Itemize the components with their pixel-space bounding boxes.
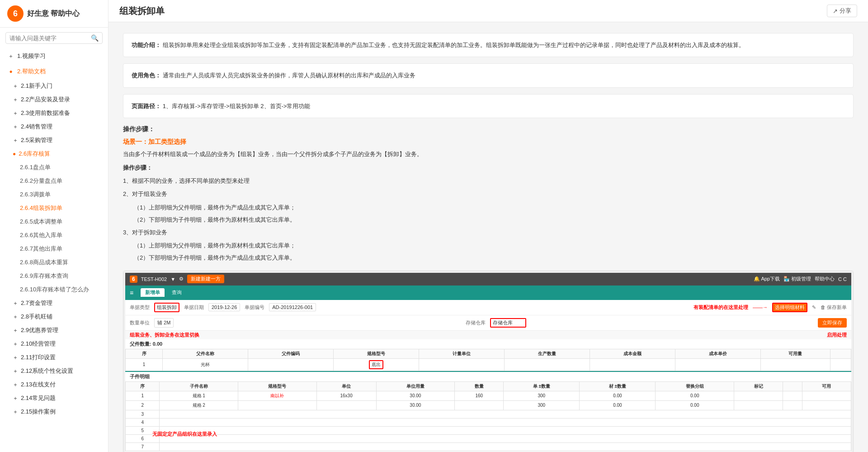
sidebar-item-payment[interactable]: ＋ 2.13在线支付 <box>0 378 108 391</box>
path-label: 页面路径： <box>132 103 161 109</box>
table-row: 2 规格 2 30.00 300 0.00 0.00 <box>126 400 851 410</box>
sidebar-item-finance[interactable]: ＋ 2.7资金管理 <box>0 296 108 310</box>
mock-bar-right2: 🏪 初级管理 <box>783 276 811 282</box>
sidebar-item-mobile[interactable]: ＋ 2.8手机旺铺 <box>0 310 108 324</box>
mock-date-label: 单据日期 <box>184 304 204 311</box>
mock-form-row2: 数量单位 辅 2M 存储仓库 存储仓库 立即保存 <box>125 315 851 331</box>
sidebar-item-inventory-query[interactable]: 2.6.9库存账本查询 <box>0 269 108 283</box>
step2-1: （1）上部明细为父件明细，最终作为产成品生成其它入库单； <box>123 202 854 213</box>
expand-icon-docs: ● <box>7 68 14 75</box>
mock-tab-query: 查询 <box>167 288 186 297</box>
sidebar-item-inventory-label: 2.6库存核算 <box>19 150 50 158</box>
mock-form-row1: 单据类型 组装拆卸 单据日期 2019-12-26 单据编号 AD-201912… <box>125 300 851 315</box>
sidebar-item-print[interactable]: ＋ 2.11打印设置 <box>0 351 108 364</box>
sidebar-item-cost-adjust[interactable]: 2.6.5成本调整单 <box>0 215 108 228</box>
sidebar-item-assembly[interactable]: 2.6.4组装拆卸单 <box>0 201 108 215</box>
sidebar-item-management[interactable]: ＋ 2.10经营管理 <box>0 337 108 351</box>
screenshot-container: 6 TEST-H002 ▼ ⚙ 新建新建一方 🔔 App下载 🏪 初级管理 帮助… <box>123 271 854 452</box>
app-logo: 6 <box>7 5 24 22</box>
sidebar-header: 6 好生意 帮助中心 <box>0 0 108 28</box>
annotation3: 启用处理 <box>827 332 847 338</box>
mock-bar-right3: 帮助中心 <box>815 276 835 282</box>
mock-form-type-label: 单据类型 <box>130 304 150 311</box>
sidebar-item-other-out[interactable]: 2.6.7其他出库单 <box>0 242 108 256</box>
sidebar-item-cases-label: 2.15操作案例 <box>21 408 56 416</box>
role-label: 使用角色： <box>132 72 161 79</box>
ops-title: 操作步骤： <box>123 125 854 133</box>
mock-btn-new: 新建新建一方 <box>187 275 224 283</box>
sidebar-item-sales-label: 2.4销售管理 <box>21 123 52 131</box>
arrow1: ——→ <box>753 305 768 310</box>
sidebar-item-coupon[interactable]: ＋ 2.9优惠券管理 <box>0 324 108 337</box>
scene1-desc: 当由多个子件材料组装成一个成品的业务为【组装】业务，当由一个父件拆分成多个子产品… <box>123 149 854 159</box>
mock-bar-id: TEST-H002 <box>141 276 167 282</box>
sidebar-item-faq-label: 2.14常见问题 <box>21 394 56 402</box>
step3-2: （2）下部明细为子件明细，最终作为产成品生成其它入库单。 <box>123 252 854 263</box>
ops-steps-label: 操作步骤： <box>123 162 854 173</box>
sidebar-item-video[interactable]: ＋ 1.视频学习 <box>0 48 108 64</box>
sidebar-item-mobile-label: 2.8手机旺铺 <box>21 313 52 321</box>
share-button[interactable]: ↗ 分享 <box>827 5 857 17</box>
mock-warehouse-label: 数量单位 <box>130 319 150 326</box>
sidebar-item-inventory-fix[interactable]: 2.6.10库存账本错了怎么办 <box>0 283 108 296</box>
nav-section: ＋ 1.视频学习 ● 2.帮助文档 ＋ 2.1新手入门 ＋ 2.2产品安装及登录… <box>0 48 108 419</box>
sidebar-item-purchase-label: 2.5采购管理 <box>21 136 52 144</box>
table-row: 1 光杯 底出 <box>126 358 851 371</box>
sidebar-item-transfer[interactable]: 2.6.3调拨单 <box>0 188 108 201</box>
sidebar-item-cost-recalc[interactable]: 2.6.8商品成本重算 <box>0 256 108 269</box>
intro-label: 功能介绍： <box>132 42 161 48</box>
sidebar-item-install-label: 2.2产品安装及登录 <box>21 95 70 104</box>
sidebar-item-settings[interactable]: ＋ 2.12系统个性化设置 <box>0 364 108 378</box>
sidebar-item-management-label: 2.10经营管理 <box>21 340 56 348</box>
sidebar-item-settings-label: 2.12系统个性化设置 <box>21 367 73 375</box>
sidebar-item-newbie[interactable]: ＋ 2.1新手入门 <box>0 79 108 93</box>
mock-date-val: 2019-12-26 <box>208 303 240 311</box>
sidebar-item-install[interactable]: ＋ 2.2产品安装及登录 <box>0 93 108 106</box>
content-area: 功能介绍： 组装拆卸单用来处理企业组装或拆卸等加工业务，支持有固定装配清单的产品… <box>108 22 868 452</box>
sidebar-item-partial-stocktake[interactable]: 2.6.2分量盘点单 <box>0 174 108 188</box>
main-content: 组装拆卸单 ↗ 分享 功能介绍： 组装拆卸单用来处理企业组装或拆卸等加工业务，支… <box>108 0 868 452</box>
mock-form-type-val: 组装拆卸 <box>154 303 179 312</box>
step1: 1、根据不同的业务，选择不同单据的类型来处理 <box>123 176 854 186</box>
mock-btn-select: 选择明细材料 <box>772 303 807 312</box>
sidebar-item-inventory[interactable]: ● 2.6库存核算 <box>0 147 108 161</box>
sidebar-item-payment-label: 2.13在线支付 <box>21 381 56 389</box>
step2-2: （2）下部明细为子件明细，最终作为原材料生成其它出库单。 <box>123 214 854 225</box>
mock-sub-table-area: 子件明细 序 子件名称 规格型号 单位 单位用量 数量 单 ±数量 <box>125 371 851 451</box>
sidebar-item-sales[interactable]: ＋ 2.4销售管理 <box>0 120 108 133</box>
mock-tab-new: 新增单 <box>141 288 165 297</box>
mock-delete-icon: 🗑 保存新单 <box>821 304 847 311</box>
mock-system-bar: 6 TEST-H002 ▼ ⚙ 新建新建一方 🔔 App下载 🏪 初级管理 帮助… <box>125 273 851 285</box>
search-input[interactable] <box>9 35 91 42</box>
role-body: 通常由生产人员或库管人员完成拆装业务的操作，库管人员确认原材料的出库和产成品的入… <box>163 72 415 79</box>
step3: 3、对于拆卸业务 <box>123 227 854 238</box>
mock-no-val: AD-20191226-001 <box>269 303 316 311</box>
mock-warehouse2-label: 存储仓库 <box>466 319 486 326</box>
step2: 2、对于组装业务 <box>123 189 854 199</box>
mock-bar-right4: C C <box>838 276 847 282</box>
sidebar-item-finance-label: 2.7资金管理 <box>21 299 52 307</box>
sidebar-item-faq[interactable]: ＋ 2.14常见问题 <box>0 391 108 405</box>
role-text: 使用角色： 通常由生产人员或库管人员完成拆装业务的操作，库管人员确认原材料的出库… <box>132 70 845 81</box>
sidebar-item-other-in[interactable]: 2.6.6其他入库单 <box>0 228 108 242</box>
search-icon[interactable]: 🔍 <box>91 34 99 42</box>
app-title: 好生意 帮助中心 <box>27 9 80 19</box>
search-box[interactable]: 🔍 <box>5 32 103 44</box>
sidebar-item-stocktake[interactable]: 2.6.1盘点单 <box>0 161 108 174</box>
sidebar-item-docs[interactable]: ● 2.帮助文档 <box>0 64 108 79</box>
table-row: 3 <box>126 410 851 418</box>
mock-no-label: 单据编号 <box>245 304 264 311</box>
sidebar-item-print-label: 2.11打印设置 <box>21 353 56 362</box>
intro-block: 功能介绍： 组装拆卸单用来处理企业组装或拆卸等加工业务，支持有固定装配清单的产品… <box>123 33 854 57</box>
table-row: 6 <box>126 434 851 442</box>
sidebar-item-cases[interactable]: ＋ 2.15操作案例 <box>0 405 108 419</box>
annotation2: 组装业务、拆卸业务在这里切换 <box>130 332 199 338</box>
mock-qty-val: 辅 2M <box>154 318 174 328</box>
share-label: 分享 <box>840 7 851 15</box>
mock-bar-right1: 🔔 App下载 <box>754 276 780 282</box>
sidebar-item-data-prep[interactable]: ＋ 2.3使用前数据准备 <box>0 106 108 120</box>
sidebar-item-purchase[interactable]: ＋ 2.5采购管理 <box>0 133 108 147</box>
mock-edit-icon: ✎ <box>812 305 816 310</box>
table-row: 5 <box>126 426 851 434</box>
mock-nav-icon: ≡ <box>130 289 133 296</box>
